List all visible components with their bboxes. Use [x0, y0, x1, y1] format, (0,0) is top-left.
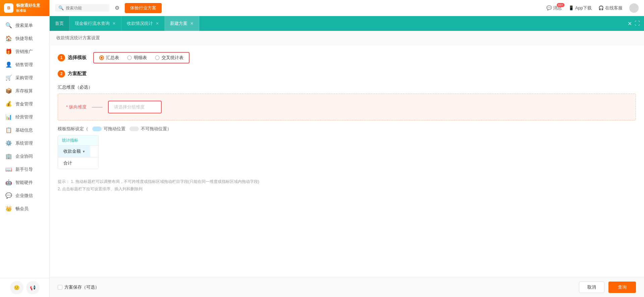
- sidebar-item-operations[interactable]: 📊 经营管理: [0, 110, 49, 123]
- gift-icon: 🎁: [5, 48, 12, 55]
- settings-icon[interactable]: ⚙: [115, 5, 119, 11]
- sidebar-item-enterprise[interactable]: 🏢 企业协同: [0, 150, 49, 163]
- config-section: 汇总维度（必选） * 纵向维度 —— 请选择分组维度 模板指标设定（ 可拖动位置: [58, 84, 636, 193]
- sidebar-item-label: 基础信息: [15, 127, 33, 133]
- tabs-bar: 首页 现金银行流水查询 ✕ 收款情况统计 ✕ 新建方案 ✕ ✕ ⛶: [50, 16, 644, 31]
- tab-newplan[interactable]: 新建方案 ✕: [165, 16, 199, 31]
- list-icon: 📋: [5, 127, 12, 133]
- save-checkbox[interactable]: [58, 285, 62, 290]
- chat-icon: 💬: [5, 192, 12, 199]
- sidebar-item-label: 搜索菜单: [15, 22, 33, 29]
- cancel-button[interactable]: 取消: [579, 282, 604, 293]
- sidebar-item-label: 企业协同: [15, 153, 33, 159]
- sidebar-item-smart[interactable]: 🤖 智能硬件: [0, 176, 49, 189]
- sidebar-nav: 🔍 搜索菜单 🏠 快捷导航 🎁 营销推广 👤 销售管理 🛒 采购管理 📦 库存核…: [0, 16, 49, 278]
- sidebar-item-finance[interactable]: 💰 资金管理: [0, 97, 49, 110]
- step2-title: 方案配置: [68, 71, 87, 77]
- sidebar-item-label: 营销推广: [15, 49, 33, 55]
- query-button[interactable]: 查询: [608, 282, 636, 293]
- main-area: 🔍 ⚙ 体验行业方案 💬 消息 99+ 📱 App下载 🎧 在线客服 首页: [50, 0, 644, 297]
- radio-summary[interactable]: 汇总表: [99, 55, 119, 61]
- radio-crosstab-label: 交叉统计表: [162, 55, 183, 61]
- form-section: 1 选择模板 汇总表 明细表 交叉统计表: [50, 45, 644, 277]
- col-receipt-amount[interactable]: 收款金额 ▾: [58, 146, 90, 157]
- dimension-area: * 纵向维度 —— 请选择分组维度: [58, 94, 636, 120]
- draggable-label: 可拖动位置: [104, 126, 125, 132]
- money-icon: 💰: [5, 101, 12, 107]
- sidebar-item-quicknav[interactable]: 🏠 快捷导航: [0, 32, 49, 45]
- logo-sub: 标准版: [16, 8, 40, 13]
- content-area: 收款情况统计方案设置 1 选择模板 汇总表 明细表: [50, 31, 644, 297]
- save-label: 方案保存（可选）: [64, 284, 99, 290]
- row-dimension-label: * 纵向维度: [66, 104, 87, 110]
- book-icon: 📖: [5, 166, 12, 172]
- chart-icon: 📊: [5, 114, 12, 120]
- sidebar-item-newbie[interactable]: 📖 新手引导: [0, 163, 49, 176]
- support-item[interactable]: 🎧 在线客服: [598, 5, 623, 11]
- sidebar-bottom-btn1[interactable]: 🙂: [10, 281, 23, 294]
- step2-row: 2 方案配置: [58, 70, 636, 78]
- dimension-arrow: ——: [92, 104, 103, 110]
- home-icon: 🏠: [5, 35, 12, 42]
- tab-home[interactable]: 首页: [50, 16, 69, 31]
- newplan-tab-close[interactable]: ✕: [190, 21, 194, 26]
- sidebar-item-basic[interactable]: 📋 基础信息: [0, 123, 49, 137]
- sidebar-item-sales[interactable]: 👤 销售管理: [0, 58, 49, 71]
- tip-line2: 2. 点击标题栏下拉可设置排序、插入列和删除列: [58, 186, 636, 193]
- receipt-tab-close[interactable]: ✕: [156, 21, 159, 26]
- close-window-icon[interactable]: ✕: [628, 20, 632, 27]
- tip-line1: 提示： 1. 拖动标题栏可以调整布局，不可跨维度或指标区域拖动栏目字段(只能在同…: [58, 178, 636, 186]
- metrics-hint-row: 模板指标设定（ 可拖动位置 不可拖动位置）: [58, 126, 636, 132]
- radio-crosstab-dot: [155, 55, 160, 60]
- radio-summary-dot: [99, 55, 104, 60]
- sidebar-bottom-btn2[interactable]: 📢: [26, 281, 40, 294]
- user-avatar[interactable]: [629, 3, 639, 13]
- sidebar-item-inventory[interactable]: 📦 库存核算: [0, 84, 49, 97]
- download-item[interactable]: 📱 App下载: [569, 5, 592, 11]
- tab-bank[interactable]: 现金银行流水查询 ✕: [69, 16, 121, 31]
- sidebar-bottom: 🙂 📢: [0, 278, 49, 297]
- sidebar-item-label: 快捷导航: [15, 36, 33, 42]
- sidebar-item-label: 资金管理: [15, 101, 33, 107]
- sidebar: B 畅捷通好生意 标准版 🔍 搜索菜单 🏠 快捷导航 🎁 营销推广 👤 销售管理…: [0, 0, 50, 297]
- cart-icon: 🛒: [5, 75, 12, 81]
- trial-button[interactable]: 体验行业方案: [125, 3, 162, 13]
- bank-tab-close[interactable]: ✕: [112, 21, 116, 26]
- dimension-section-title: 汇总维度（必选）: [58, 84, 636, 90]
- col-dropdown-icon[interactable]: ▾: [83, 149, 85, 154]
- home-tab-label: 首页: [55, 20, 64, 27]
- fixed-label: 不可拖动位置）: [141, 126, 171, 132]
- sidebar-item-label: 经营管理: [15, 114, 33, 120]
- sidebar-item-label: 采购管理: [15, 75, 33, 81]
- hint-draggable: 可拖动位置: [92, 126, 125, 132]
- tab-receipt[interactable]: 收款情况统计 ✕: [121, 16, 165, 31]
- sidebar-item-search[interactable]: 🔍 搜索菜单: [0, 19, 49, 32]
- hint-fixed: 不可拖动位置）: [129, 126, 171, 132]
- sidebar-item-wechat[interactable]: 💬 企业微信: [0, 189, 49, 202]
- tips-section: 提示： 1. 拖动标题栏可以调整布局，不可跨维度或指标区域拖动栏目字段(只能在同…: [58, 178, 636, 193]
- topbar-search-box[interactable]: 🔍: [55, 4, 109, 12]
- table-header-row: 收款金额 ▾: [58, 146, 98, 157]
- maximize-icon[interactable]: ⛶: [635, 20, 640, 27]
- radio-crosstab[interactable]: 交叉统计表: [155, 55, 183, 61]
- radio-detail-dot: [127, 55, 132, 60]
- fixed-dot: [129, 127, 139, 131]
- topbar: 🔍 ⚙ 体验行业方案 💬 消息 99+ 📱 App下载 🎧 在线客服: [50, 0, 644, 16]
- search-input[interactable]: [66, 6, 106, 10]
- notification-item[interactable]: 💬 消息 99+: [546, 5, 562, 11]
- sidebar-item-member[interactable]: 👑 畅会员: [0, 202, 49, 215]
- download-label: App下载: [575, 5, 592, 11]
- draggable-dot: [92, 127, 102, 131]
- sidebar-item-marketing[interactable]: 🎁 营销推广: [0, 45, 49, 58]
- sidebar-item-purchase[interactable]: 🛒 采购管理: [0, 71, 49, 84]
- metrics-category-label: 统计指标: [58, 136, 98, 146]
- sidebar-item-label: 系统管理: [15, 140, 33, 146]
- sidebar-item-label: 企业微信: [15, 193, 33, 199]
- radio-detail[interactable]: 明细表: [127, 55, 147, 61]
- user-icon: 👤: [5, 61, 12, 68]
- box-icon: 📦: [5, 88, 12, 94]
- dimension-input-box[interactable]: 请选择分组维度: [108, 101, 162, 113]
- step2-badge: 2: [58, 70, 65, 78]
- topbar-right: 💬 消息 99+ 📱 App下载 🎧 在线客服: [546, 3, 639, 13]
- sidebar-item-system[interactable]: ⚙️ 系统管理: [0, 137, 49, 150]
